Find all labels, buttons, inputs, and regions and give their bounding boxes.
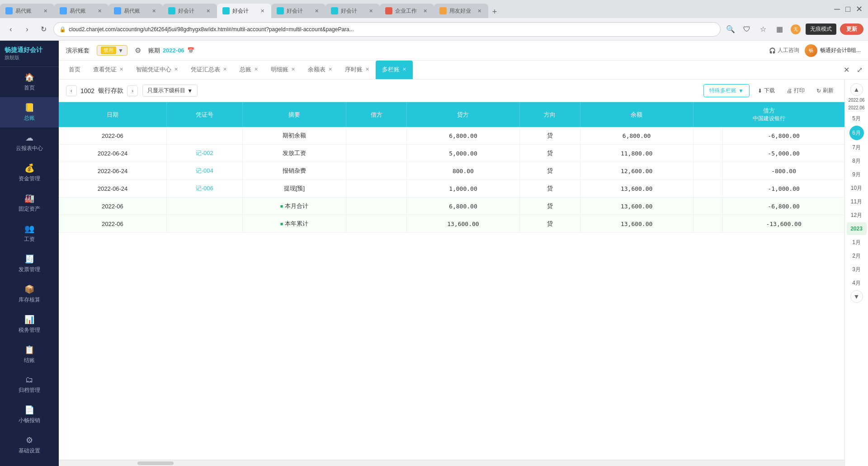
shield-icon[interactable]: 🛡 xyxy=(741,23,753,36)
voucher-link[interactable]: 记-006 xyxy=(196,185,213,192)
demo-badge[interactable]: 禁用 ▼ xyxy=(97,45,127,56)
browser-tab-6[interactable]: 好会计 ✕ xyxy=(271,4,326,18)
sidebar-item-funds[interactable]: 💰 资金管理 xyxy=(0,158,59,188)
tab-smart-voucher-close[interactable]: ✕ xyxy=(174,66,178,72)
tab-multi-column-close[interactable]: ✕ xyxy=(402,66,406,72)
browser-tab-9[interactable]: 用友好业 ✕ xyxy=(434,4,488,18)
sidebar-item-close-accounts[interactable]: 📋 结账 xyxy=(0,339,59,370)
consult-button[interactable]: 🎧 人工咨询 xyxy=(769,47,799,54)
tab-close-8[interactable]: ✕ xyxy=(421,7,429,14)
minimize-icon[interactable]: ─ xyxy=(834,5,840,14)
sidebar-item-ledger[interactable]: 📒 总账 xyxy=(0,97,59,127)
tab-multi-column[interactable]: 多栏账 ✕ xyxy=(376,61,413,79)
tab-detail-ledger[interactable]: 明细账 ✕ xyxy=(264,61,302,79)
sidebar-item-guide[interactable]: 📖 新手引导 xyxy=(0,460,59,466)
profile-icon[interactable]: 无 xyxy=(789,23,802,36)
refresh-button[interactable]: ↻ 刷新 xyxy=(813,85,837,97)
sidebar-item-payroll[interactable]: 👥 工资 xyxy=(0,218,59,249)
tab-general-ledger-close[interactable]: ✕ xyxy=(254,66,258,72)
tab-close-1[interactable]: ✕ xyxy=(42,7,49,14)
ledger-main: ‹ 1002 银行存款 › 只显示下级科目 ▼ 特殊多栏账 ▼ xyxy=(59,80,844,466)
horizontal-scrollbar[interactable] xyxy=(59,460,844,466)
month-8[interactable]: 8月 xyxy=(847,155,867,167)
download-button[interactable]: ⬇ 下载 xyxy=(754,85,778,97)
month-5[interactable]: 5月 xyxy=(847,112,867,125)
voucher-link[interactable]: 记-002 xyxy=(196,150,213,156)
month-12[interactable]: 12月 xyxy=(847,209,867,221)
tab-view-voucher-close[interactable]: ✕ xyxy=(119,66,123,72)
close-window-icon[interactable]: ✕ xyxy=(856,4,863,14)
sidebar-item-invoice[interactable]: 🧾 发票管理 xyxy=(0,249,59,279)
tab-voucher-summary-close[interactable]: ✕ xyxy=(223,66,227,72)
tab-chronological[interactable]: 序时账 ✕ xyxy=(339,61,376,79)
tab-close-5[interactable]: ✕ xyxy=(259,7,266,14)
browser-tab-2[interactable]: 易代账 ✕ xyxy=(54,4,108,18)
sidebar-item-archive[interactable]: 🗂 归档管理 xyxy=(0,370,59,400)
sidebar-item-fixed-assets[interactable]: 🏭 固定资产 xyxy=(0,188,59,218)
tab-general-ledger[interactable]: 总账 ✕ xyxy=(233,61,264,79)
tab-voucher-summary[interactable]: 凭证汇总表 ✕ xyxy=(184,61,233,79)
tab-close-9[interactable]: ✕ xyxy=(476,7,483,14)
browser-tab-8[interactable]: 企业工作 ✕ xyxy=(380,4,434,18)
tab-smart-voucher[interactable]: 智能凭证中心 ✕ xyxy=(130,61,184,79)
month-3-2023[interactable]: 3月 xyxy=(847,263,867,276)
address-bar[interactable]: 🔒 cloud2.chanjet.com/accounting/uh26t264… xyxy=(53,22,721,37)
expand-tab-icon[interactable]: ⤢ xyxy=(855,64,864,76)
sidebar-item-cloud-report[interactable]: ☁ 云报表中心 xyxy=(0,127,59,158)
month-2-2023[interactable]: 2月 xyxy=(847,249,867,262)
sidebar-item-inventory[interactable]: 📦 库存核算 xyxy=(0,279,59,309)
next-account-button[interactable]: › xyxy=(127,85,138,96)
sidebar-item-tax[interactable]: 📊 税务管理 xyxy=(0,309,59,339)
tab-balance-sheet[interactable]: 余额表 ✕ xyxy=(302,61,339,79)
back-button[interactable]: ‹ xyxy=(5,23,17,36)
tab-close-3[interactable]: ✕ xyxy=(150,7,157,14)
browser-tab-7[interactable]: 好会计 ✕ xyxy=(326,4,380,18)
month-11[interactable]: 11月 xyxy=(847,195,867,208)
tab-label-7: 好会计 xyxy=(341,7,364,15)
tab-chronological-close[interactable]: ✕ xyxy=(365,66,369,72)
maximize-icon[interactable]: □ xyxy=(845,5,850,14)
month-scroll-down[interactable]: ▼ xyxy=(850,290,863,303)
search-icon[interactable]: 🔍 xyxy=(724,23,737,36)
month-9[interactable]: 9月 xyxy=(847,168,867,181)
refresh-button[interactable]: ↻ xyxy=(37,23,50,36)
tab-view-voucher[interactable]: 查看凭证 ✕ xyxy=(87,61,130,79)
tab-close-6[interactable]: ✕ xyxy=(313,7,320,14)
close-tab-icon[interactable]: ✕ xyxy=(842,64,851,76)
voucher-link[interactable]: 记-004 xyxy=(196,167,213,174)
update-button[interactable]: 更新 xyxy=(840,24,863,35)
prev-account-button[interactable]: ‹ xyxy=(66,85,77,96)
horizontal-scroll-thumb[interactable] xyxy=(137,461,174,465)
user-info[interactable]: 畅 畅通好会计B组... xyxy=(805,44,861,57)
month-7[interactable]: 7月 xyxy=(847,141,867,154)
settings-button[interactable]: ⚙ xyxy=(135,46,141,55)
month-4-2023[interactable]: 4月 xyxy=(847,277,867,289)
tab-close-4[interactable]: ✕ xyxy=(204,7,212,14)
tab-detail-ledger-close[interactable]: ✕ xyxy=(291,66,295,72)
print-button[interactable]: 🖨 打印 xyxy=(783,85,808,97)
browser-tab-4[interactable]: 好会计 ✕ xyxy=(163,4,217,18)
month-10[interactable]: 10月 xyxy=(847,182,867,194)
wuhen-mode-button[interactable]: 无痕模式 xyxy=(806,24,836,35)
sidebar-toggle-icon[interactable]: ▦ xyxy=(773,23,786,36)
sidebar-item-home[interactable]: 🏠 首页 xyxy=(0,67,59,97)
tab-close-7[interactable]: ✕ xyxy=(367,7,374,14)
ledger-table-wrap[interactable]: 日期 凭证号 摘要 借方 贷方 方向 余额 借方中国建设银行 xyxy=(59,102,844,460)
tab-chronological-label: 序时账 xyxy=(345,66,363,74)
browser-tab-5[interactable]: 好会计 ✕ xyxy=(217,4,271,18)
month-6[interactable]: 6月 xyxy=(849,126,864,140)
browser-tab-1[interactable]: 易代账 ✕ xyxy=(0,4,54,18)
special-multi-column-button[interactable]: 特殊多栏账 ▼ xyxy=(703,84,750,97)
star-icon[interactable]: ☆ xyxy=(757,23,769,36)
tab-close-2[interactable]: ✕ xyxy=(96,7,103,14)
sidebar-item-settings[interactable]: ⚙ 基础设置 xyxy=(0,430,59,460)
tab-balance-sheet-close[interactable]: ✕ xyxy=(328,66,332,72)
forward-button[interactable]: › xyxy=(21,23,33,36)
sidebar-item-expense[interactable]: 📄 小畅报销 xyxy=(0,400,59,430)
month-1-2023[interactable]: 1月 xyxy=(847,236,867,249)
tab-home[interactable]: 首页 xyxy=(62,61,87,79)
filter-dropdown[interactable]: 只显示下级科目 ▼ xyxy=(142,85,198,97)
browser-tab-3[interactable]: 易代账 ✕ xyxy=(108,4,163,18)
new-tab-button[interactable]: + xyxy=(488,5,501,18)
month-scroll-up[interactable]: ▲ xyxy=(850,83,863,96)
